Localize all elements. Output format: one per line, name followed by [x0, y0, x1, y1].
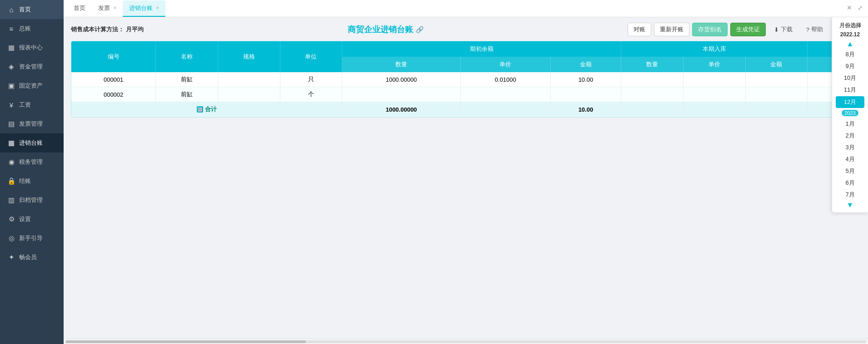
month-nav-down: ▼: [832, 201, 868, 209]
month-panel: 月份选择 2022.12 ▲ 8月 9月 10月 11月 12月 2023 1月…: [832, 17, 868, 213]
tab-home[interactable]: 首页: [67, 0, 92, 17]
purchase-sales-icon: ▦: [7, 139, 15, 147]
col-name: 名称: [156, 41, 218, 72]
sidebar-item-settings[interactable]: ⚙ 设置: [0, 210, 64, 229]
guide-icon: ◎: [7, 234, 15, 242]
sub-in-qty: 数量: [621, 57, 683, 72]
sidebar-item-closing[interactable]: 🔒 结账: [0, 172, 64, 191]
info-icon[interactable]: 🔗: [416, 26, 424, 33]
table-row[interactable]: 000002 前缸 个: [71, 87, 860, 102]
cell-spec-1: [218, 72, 280, 87]
sidebar-item-general-ledger[interactable]: ≡ 总账: [0, 19, 64, 38]
sub-in-price: 单价: [683, 57, 745, 72]
page-title: 商贸企业进销台账 🔗: [348, 24, 424, 35]
total-open-amount: 10.00: [550, 102, 621, 117]
cell-in-price-2: [683, 87, 745, 102]
reconcile-button[interactable]: 对账: [628, 23, 651, 36]
cell-unit-1: 只: [280, 72, 342, 87]
month-item-8[interactable]: 8月: [832, 49, 868, 60]
cell-open-price-2: [460, 87, 550, 102]
month-nav-down-button[interactable]: ▼: [847, 201, 854, 209]
sidebar-item-archive[interactable]: ▥ 归档管理: [0, 191, 64, 210]
month-item-2[interactable]: 2月: [832, 130, 868, 142]
total-icon: 🔢: [197, 106, 203, 113]
sidebar-item-fixed-assets[interactable]: ▣ 固定资产: [0, 76, 64, 95]
report-icon: ▦: [7, 44, 15, 52]
col-code: 编号: [71, 41, 156, 72]
month-item-10[interactable]: 10月: [832, 72, 868, 84]
total-row: 🔢 合计 1000.00000 10.00: [71, 102, 860, 117]
cell-name-1: 前缸: [156, 72, 218, 87]
month-item-5[interactable]: 5月: [832, 165, 868, 177]
sidebar-item-fund-management[interactable]: ◈ 资金管理: [0, 57, 64, 76]
col-period-opening: 期初余额: [342, 41, 621, 57]
download-icon: ⬇: [774, 26, 779, 33]
month-nav-up: ▲: [832, 40, 868, 48]
sub-open-amount: 金额: [550, 57, 621, 72]
col-current-in: 本期入库: [621, 41, 808, 57]
total-label-cell: 🔢 合计: [71, 102, 342, 117]
cell-code-2: 000002: [71, 87, 156, 102]
total-in-qty: [621, 102, 683, 117]
main-content: 首页 发票 × 进销台账 × ✕ ⤢ 销售成本计算方法： 月平均 商贸企业进销台…: [64, 0, 868, 344]
cell-open-qty-2: [342, 87, 461, 102]
tab-invoice-close[interactable]: ×: [114, 5, 116, 10]
ledger-icon: ≡: [7, 25, 15, 33]
top-bar: 销售成本计算方法： 月平均 商贸企业进销台账 🔗 对账 重新开账 存货别名 生成…: [71, 23, 861, 36]
sub-open-qty: 数量: [342, 57, 461, 72]
month-item-6[interactable]: 6月: [832, 177, 868, 189]
month-item-9[interactable]: 9月: [832, 60, 868, 72]
tax-icon: ◉: [7, 158, 15, 166]
generate-voucher-button[interactable]: 生成凭证: [730, 23, 766, 36]
invoice-icon: ▤: [7, 120, 15, 128]
tab-purchase-sales-close[interactable]: ×: [156, 5, 159, 10]
total-open-qty: 1000.00000: [342, 102, 461, 117]
month-item-4[interactable]: 4月: [832, 153, 868, 165]
save-alias-button[interactable]: 存货别名: [692, 23, 728, 36]
scrollbar-thumb[interactable]: [65, 340, 306, 343]
help-button[interactable]: ? 帮助: [801, 23, 828, 36]
close-button[interactable]: ✕: [845, 4, 853, 12]
sidebar-item-guide[interactable]: ◎ 新手引导: [0, 229, 64, 248]
home-icon: ⌂: [7, 6, 15, 14]
total-in-price: [683, 102, 745, 117]
reopen-button[interactable]: 重新开账: [654, 23, 689, 36]
month-item-11[interactable]: 11月: [832, 84, 868, 96]
cell-in-price-1: [683, 72, 745, 87]
sidebar-item-home[interactable]: ⌂ 首页: [0, 0, 64, 19]
cell-in-qty-1: [621, 72, 683, 87]
sidebar-item-vip[interactable]: ✦ 畅会员: [0, 248, 64, 267]
tab-invoice[interactable]: 发票 ×: [92, 0, 123, 17]
tab-purchase-sales[interactable]: 进销台账 ×: [123, 0, 165, 17]
table-row[interactable]: 000001 前缸 只 1000.00000 0.01000 10.00: [71, 72, 860, 87]
scrollbar-area: [64, 339, 868, 344]
cell-unit-2: 个: [280, 87, 342, 102]
settings-icon: ⚙: [7, 215, 15, 223]
download-button[interactable]: ⬇ 下载: [768, 23, 798, 36]
assets-icon: ▣: [7, 82, 15, 90]
sidebar-item-tax-management[interactable]: ◉ 税务管理: [0, 152, 64, 172]
sidebar-item-purchase-sales[interactable]: ▦ 进销台账: [0, 133, 64, 152]
month-panel-year: 2022.12: [832, 30, 868, 39]
month-item-3[interactable]: 3月: [832, 142, 868, 153]
sidebar-item-invoice-management[interactable]: ▤ 发票管理: [0, 114, 64, 133]
month-item-7[interactable]: 7月: [832, 189, 868, 201]
closing-icon: 🔒: [7, 177, 15, 185]
month-item-12[interactable]: 12月: [836, 96, 864, 108]
month-panel-title: 月份选择: [832, 20, 868, 30]
sidebar-item-report-center[interactable]: ▦ 报表中心: [0, 38, 64, 57]
maximize-button[interactable]: ⤢: [856, 4, 864, 12]
window-controls: ✕ ⤢: [845, 4, 864, 12]
month-item-1[interactable]: 1月: [832, 118, 868, 130]
scrollbar-track[interactable]: [65, 340, 866, 343]
cell-in-amount-2: [745, 87, 808, 102]
sidebar: ⌂ 首页 ≡ 总账 ▦ 报表中心 ◈ 资金管理 ▣ 固定资产 ¥ 工资 ▤ 发票…: [0, 0, 64, 344]
cost-method-label: 销售成本计算方法： 月平均: [71, 25, 144, 34]
cell-open-amount-1: 10.00: [550, 72, 621, 87]
sidebar-item-salary[interactable]: ¥ 工资: [0, 95, 64, 114]
fund-icon: ◈: [7, 63, 15, 71]
month-nav-up-button[interactable]: ▲: [847, 40, 854, 48]
total-open-price: [460, 102, 550, 117]
col-unit: 单位: [280, 41, 342, 72]
cell-open-price-1: 0.01000: [460, 72, 550, 87]
